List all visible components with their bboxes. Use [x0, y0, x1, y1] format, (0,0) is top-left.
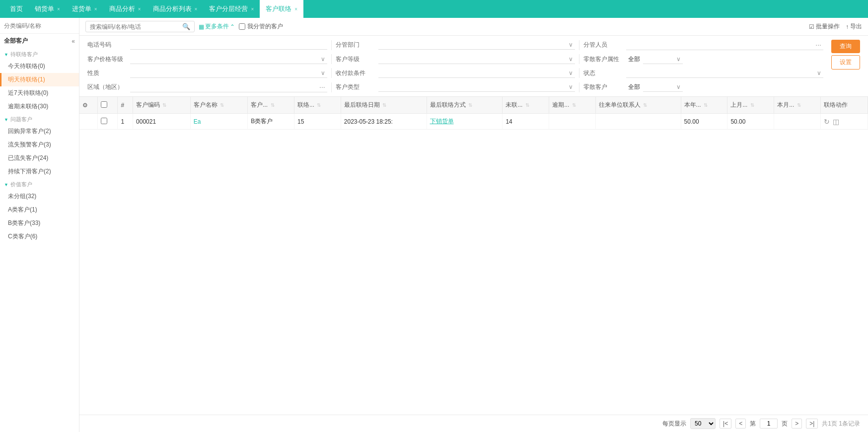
- row-select-checkbox[interactable]: [101, 118, 107, 124]
- col-last-contact-date[interactable]: 最后联络日期 ⇅: [341, 97, 427, 114]
- col-this-year[interactable]: 本年... ⇅: [681, 97, 727, 114]
- filter-retail-value: 全部: [628, 83, 640, 91]
- sidebar-item[interactable]: 明天待联络(1): [0, 73, 79, 86]
- filter-retail-attr-select[interactable]: ∨: [643, 55, 683, 64]
- sidebar-item[interactable]: 已流失客户(24): [0, 151, 79, 165]
- col-not-contacted[interactable]: 未联... ⇅: [503, 97, 549, 114]
- sidebar-item[interactable]: 持续下滑客户(2): [0, 165, 79, 178]
- filter-price-level-select[interactable]: ∨: [130, 55, 327, 64]
- nav-item-首页[interactable]: 首页: [4, 0, 29, 18]
- filter-region-select[interactable]: ···: [130, 82, 327, 92]
- filter-status-select[interactable]: ∨: [626, 69, 823, 78]
- nav-item-销货单[interactable]: 销货单×: [29, 0, 66, 18]
- col-company-contact[interactable]: 往来单位联系人 ⇅: [596, 97, 681, 114]
- col-checkbox[interactable]: [98, 97, 118, 114]
- toolbar-search-icon[interactable]: 🔍: [182, 23, 190, 30]
- filter-row-1: 电话号码 分管部门 ∨ 分管人员: [87, 40, 823, 50]
- sidebar-item[interactable]: 今天待联络(0): [0, 60, 79, 73]
- close-icon[interactable]: ×: [57, 6, 60, 12]
- sidebar-item[interactable]: 近7天待联络(0): [0, 86, 79, 100]
- main-layout: 🔍 全部客户 « 待联络客户今天待联络(0)明天待联络(1)近7天待联络(0)逾…: [0, 18, 868, 432]
- row-settings: [79, 114, 98, 130]
- my-customers-checkbox[interactable]: 我分管的客户: [239, 22, 283, 31]
- sidebar-item[interactable]: B类客户(33): [0, 216, 79, 230]
- next-page-btn[interactable]: >: [792, 419, 802, 429]
- sidebar-item[interactable]: 流失预警客户(3): [0, 138, 79, 151]
- row-action: ↻ ◫: [821, 114, 868, 130]
- sidebar-search-area: 🔍: [0, 18, 79, 34]
- all-customers-header[interactable]: 全部客户 «: [0, 34, 79, 48]
- pagination-bar: 每页显示 50 100 |< < 第 页 > >| 共1页 1条记录: [79, 415, 868, 432]
- filter-payment-select[interactable]: ∨: [378, 69, 576, 78]
- col-name[interactable]: 客户名称 ⇅: [190, 97, 248, 114]
- filter-dept-select[interactable]: ∨: [378, 40, 576, 50]
- nav-item-商品分析列表[interactable]: 商品分析列表×: [147, 0, 204, 18]
- col-overdue[interactable]: 逾期... ⇅: [549, 97, 596, 114]
- toolbar-search-input[interactable]: [90, 23, 182, 30]
- filter-retail-select[interactable]: ∨: [643, 82, 683, 92]
- col-this-month[interactable]: 本月... ⇅: [774, 97, 821, 114]
- select-all-checkbox[interactable]: [101, 101, 107, 108]
- nav-item-客户联络[interactable]: 客户联络×: [260, 0, 303, 18]
- refresh-action-icon[interactable]: ↻: [824, 118, 830, 126]
- col-settings[interactable]: ⚙: [79, 97, 98, 114]
- sidebar-search-input[interactable]: [4, 22, 78, 29]
- filter-phone: 电话号码: [87, 40, 327, 50]
- col-last-month[interactable]: 上月... ⇅: [727, 97, 774, 114]
- close-icon[interactable]: ×: [138, 6, 141, 12]
- filter-nature-select[interactable]: ∨: [130, 69, 327, 78]
- row-name[interactable]: Ea: [190, 114, 248, 130]
- filter-customer-type-select[interactable]: ∨: [378, 82, 576, 92]
- per-page-select[interactable]: 50 100: [690, 418, 716, 429]
- nav-item-商品分析[interactable]: 商品分析×: [103, 0, 147, 18]
- sidebar-group-价值客户[interactable]: 价值客户: [0, 178, 79, 190]
- row-checkbox[interactable]: [98, 114, 118, 130]
- last-page-btn[interactable]: >|: [806, 419, 818, 429]
- grid-action-icon[interactable]: ◫: [833, 118, 839, 126]
- close-icon[interactable]: ×: [94, 6, 97, 12]
- filter-status: 状态 ∨: [583, 69, 823, 78]
- collapse-icon[interactable]: «: [72, 38, 75, 45]
- filter-nature-label: 性质: [87, 69, 127, 77]
- first-page-btn[interactable]: |<: [720, 419, 731, 429]
- row-not-contacted: 14: [503, 114, 549, 130]
- col-contact[interactable]: 联络... ⇅: [294, 97, 341, 114]
- row-last-contact-method[interactable]: 下销货单: [427, 114, 503, 130]
- settings-button[interactable]: 设置: [831, 55, 860, 70]
- ellipsis-icon: ···: [815, 41, 821, 49]
- chevron-down-icon-7: ∨: [817, 70, 821, 76]
- row-last-contact-date: 2023-05-23 18:25:: [341, 114, 427, 130]
- col-last-contact-method[interactable]: 最后联络方式 ⇅: [427, 97, 503, 114]
- filter-row-4: 区域（地区） ··· 客户类型 ∨: [87, 82, 823, 92]
- page-input[interactable]: [760, 419, 778, 429]
- sidebar-item[interactable]: 未分组(32): [0, 190, 79, 203]
- filter-manager-select[interactable]: ···: [626, 40, 823, 50]
- chevron-down-icon: ∨: [569, 41, 573, 48]
- batch-op-btn[interactable]: ☑ 批量操作: [809, 22, 840, 31]
- table-header-row: ⚙ # 客户编码 ⇅ 客户名称 ⇅ 客户... ⇅ 联络... ⇅ 最后联络日期…: [79, 97, 868, 114]
- prev-page-btn[interactable]: <: [735, 419, 746, 429]
- sidebar-group-待联络客户[interactable]: 待联络客户: [0, 48, 79, 60]
- chevron-down-icon-6: ∨: [569, 70, 573, 76]
- my-customers-check[interactable]: [239, 23, 245, 30]
- close-icon[interactable]: ×: [195, 6, 198, 12]
- filter-rows-container: 电话号码 分管部门 ∨ 分管人员: [87, 40, 823, 92]
- nav-item-进货单[interactable]: 进货单×: [66, 0, 103, 18]
- col-code[interactable]: 客户编码 ⇅: [133, 97, 191, 114]
- sidebar-item[interactable]: C类客户(6): [0, 230, 79, 243]
- more-conditions-btn[interactable]: ▦ 更多条件 ⌃: [199, 22, 235, 31]
- col-type[interactable]: 客户... ⇅: [248, 97, 294, 114]
- close-icon[interactable]: ×: [251, 6, 254, 12]
- filter-phone-input[interactable]: [130, 40, 327, 50]
- nav-item-客户分层经营[interactable]: 客户分层经营×: [203, 0, 260, 18]
- content-area: 🔍 ▦ 更多条件 ⌃ 我分管的客户 ☑ 批量操作 ↑ 导出: [79, 18, 868, 432]
- sidebar-item[interactable]: 回购异常客户(2): [0, 125, 79, 138]
- query-button[interactable]: 查询: [831, 40, 860, 53]
- close-icon[interactable]: ×: [294, 6, 297, 12]
- filter-customer-level-select[interactable]: ∨: [378, 55, 576, 64]
- sidebar-item[interactable]: A类客户(1): [0, 203, 79, 216]
- export-btn[interactable]: ↑ 导出: [846, 22, 862, 31]
- sidebar-group-问题客户[interactable]: 问题客户: [0, 113, 79, 125]
- filter-payment: 收付款条件 ∨: [336, 69, 576, 78]
- sidebar-item[interactable]: 逾期未联络(30): [0, 100, 79, 113]
